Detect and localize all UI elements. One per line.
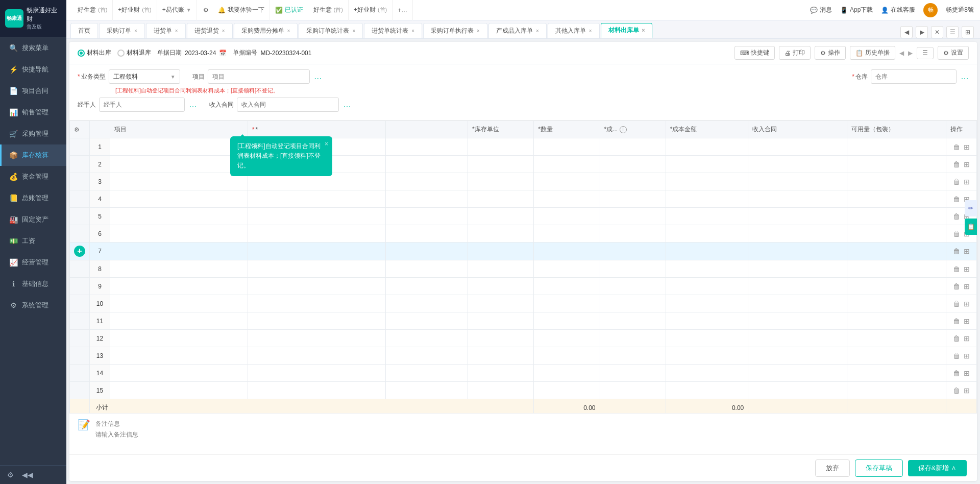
cell-cost-price-14[interactable] xyxy=(600,365,666,382)
add-row-btn[interactable]: + xyxy=(74,246,85,257)
tab-purchase-order-stat[interactable]: 采购订单统计表× xyxy=(299,23,363,38)
sidebar-item-inventory[interactable]: 📦库存核算 xyxy=(0,144,66,166)
cell-available-9[interactable] xyxy=(847,278,946,295)
cell-quantity-5[interactable] xyxy=(534,208,600,225)
tab-close-purchase-order[interactable]: × xyxy=(134,28,137,34)
cell-cost-price-6[interactable] xyxy=(600,225,666,243)
tab-material-out[interactable]: 材料出库单 × xyxy=(601,23,653,38)
cell-cost-price-12[interactable] xyxy=(600,330,666,347)
delete-row-10[interactable]: 🗑 xyxy=(952,299,961,309)
col-settings[interactable]: ⚙ xyxy=(70,121,90,138)
cell-available-8[interactable] xyxy=(847,260,946,278)
cell-cost-amount-9[interactable] xyxy=(666,278,748,295)
tab-home[interactable]: 首页 xyxy=(70,23,98,38)
copy-row-9[interactable]: ⊞ xyxy=(963,281,971,292)
sidebar-item-ledger[interactable]: 📒总账管理 xyxy=(0,187,66,209)
cell-cost-price-1[interactable] xyxy=(600,138,666,156)
sidebar-item-search[interactable]: 🔍搜索菜单 xyxy=(0,37,66,59)
nav-prev[interactable]: ◀ xyxy=(899,50,904,57)
cell-project-15[interactable] xyxy=(110,382,248,399)
cell-quantity-15[interactable] xyxy=(534,382,600,399)
tab-close-purchase-fee[interactable]: × xyxy=(287,28,290,34)
income-contract-input[interactable] xyxy=(237,98,339,112)
delete-row-6[interactable]: 🗑 xyxy=(952,229,961,239)
cell-income-contract-7[interactable] xyxy=(748,243,847,260)
cell-income-contract-5[interactable] xyxy=(748,208,847,225)
cell-cost-price-9[interactable] xyxy=(600,278,666,295)
cell-material-12[interactable] xyxy=(248,330,385,347)
radio-material-out[interactable]: 材料出库 xyxy=(78,49,111,57)
cell-available-7[interactable] xyxy=(847,243,946,260)
cell-income-contract-10[interactable] xyxy=(748,295,847,312)
cell-cost-price-7[interactable] xyxy=(600,243,666,260)
cell-available-14[interactable] xyxy=(847,365,946,382)
cell-quantity-9[interactable] xyxy=(534,278,600,295)
cell-spec-13[interactable] xyxy=(385,347,468,365)
tab-close-btn[interactable]: ✕ xyxy=(931,26,943,38)
cell-cost-amount-15[interactable] xyxy=(666,382,748,399)
cell-quantity-6[interactable] xyxy=(534,225,600,243)
cell-available-1[interactable] xyxy=(847,138,946,156)
cell-quantity-13[interactable] xyxy=(534,347,600,365)
cell-cost-amount-2[interactable] xyxy=(666,156,748,173)
delete-row-7[interactable]: 🗑 xyxy=(952,246,961,256)
delete-row-13[interactable]: 🗑 xyxy=(952,351,961,361)
cell-spec-2[interactable] xyxy=(385,156,468,173)
sidebar-item-management[interactable]: 📈经营管理 xyxy=(0,252,66,273)
tab-close-purchase-order-stat[interactable]: × xyxy=(352,28,355,34)
online-service-btn[interactable]: 👤 在线客服 xyxy=(881,6,915,14)
cell-spec-1[interactable] xyxy=(385,138,468,156)
cell-available-4[interactable] xyxy=(847,190,946,208)
delete-row-5[interactable]: 🗑 xyxy=(952,211,961,222)
delete-row-12[interactable]: 🗑 xyxy=(952,333,961,344)
cell-material-10[interactable] xyxy=(248,295,385,312)
tab-purchase-in-stat[interactable]: 进货单统计表× xyxy=(364,23,422,38)
cell-quantity-10[interactable] xyxy=(534,295,600,312)
copy-row-8[interactable]: ⊞ xyxy=(963,264,971,274)
cell-cost-amount-14[interactable] xyxy=(666,365,748,382)
tab-close-material-out[interactable]: × xyxy=(642,28,645,33)
cell-spec-8[interactable] xyxy=(385,260,468,278)
tab-other-in[interactable]: 其他入库单× xyxy=(548,23,600,38)
delete-row-2[interactable]: 🗑 xyxy=(952,159,961,170)
cell-spec-14[interactable] xyxy=(385,365,468,382)
copy-row-11[interactable]: ⊞ xyxy=(963,316,971,326)
sidebar-item-purchase[interactable]: 🛒采购管理 xyxy=(0,123,66,144)
cost-price-info-icon[interactable]: i xyxy=(620,126,627,133)
handler-dots[interactable]: … xyxy=(189,100,197,109)
cell-quantity-4[interactable] xyxy=(534,190,600,208)
cell-material-8[interactable] xyxy=(248,260,385,278)
cell-material-7[interactable] xyxy=(248,243,385,260)
tab-close-purchase-order-exec[interactable]: × xyxy=(477,28,480,34)
cell-cost-amount-4[interactable] xyxy=(666,190,748,208)
cell-cost-price-8[interactable] xyxy=(600,260,666,278)
delete-row-15[interactable]: 🗑 xyxy=(952,385,961,396)
settings-btn[interactable]: ⚙ 设置 xyxy=(938,46,969,60)
cell-material-5[interactable] xyxy=(248,208,385,225)
cell-income-contract-6[interactable] xyxy=(748,225,847,243)
cell-quantity-14[interactable] xyxy=(534,365,600,382)
copy-row-15[interactable]: ⊞ xyxy=(963,385,971,396)
cell-material-9[interactable] xyxy=(248,278,385,295)
tab-close-purchase-in-stat[interactable]: × xyxy=(411,28,414,34)
cell-quantity-11[interactable] xyxy=(534,312,600,330)
nav-next[interactable]: ▶ xyxy=(908,50,913,57)
tab-purchase-fee[interactable]: 采购费用分摊单× xyxy=(234,23,298,38)
cell-quantity-12[interactable] xyxy=(534,330,600,347)
copy-row-13[interactable]: ⊞ xyxy=(963,351,971,361)
cell-project-1[interactable] xyxy=(110,138,248,156)
cell-income-contract-15[interactable] xyxy=(748,382,847,399)
right-panel-btn1[interactable]: ✏ xyxy=(965,200,977,216)
income-contract-dots[interactable]: … xyxy=(343,100,351,109)
tab-split-view[interactable]: ⊞ xyxy=(962,26,974,38)
cell-cost-amount-8[interactable] xyxy=(666,260,748,278)
topnav-item-haoyecai[interactable]: +好业财 (首) xyxy=(113,0,157,20)
cell-spec-7[interactable] xyxy=(385,243,468,260)
topnav-haoyecai2[interactable]: +好业财 (首) xyxy=(349,0,393,20)
cell-warehouse-unit-9[interactable] xyxy=(468,278,534,295)
cell-cost-price-11[interactable] xyxy=(600,312,666,330)
cell-project-3[interactable] xyxy=(110,173,248,190)
cell-available-2[interactable] xyxy=(847,156,946,173)
cell-project-12[interactable] xyxy=(110,330,248,347)
copy-row-3[interactable]: ⊞ xyxy=(963,177,971,187)
